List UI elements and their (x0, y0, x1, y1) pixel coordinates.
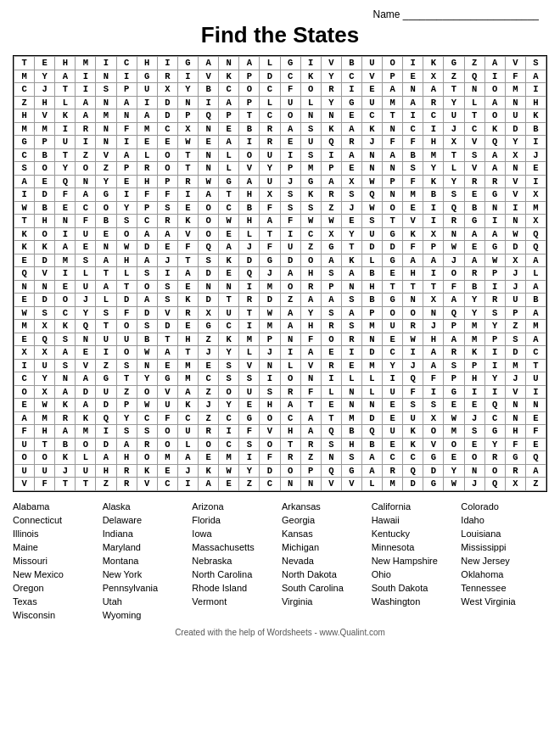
grid-cell: H (362, 281, 383, 294)
grid-cell: T (342, 241, 362, 254)
grid-cell: A (362, 465, 383, 478)
grid-cell: B (35, 149, 55, 163)
grid-cell: I (219, 425, 239, 439)
grid-cell: Z (301, 241, 322, 254)
grid-cell: L (260, 97, 280, 110)
grid-cell: O (239, 83, 260, 97)
grid-cell: L (96, 294, 116, 307)
grid-cell: D (199, 294, 219, 307)
grid-cell: Y (383, 360, 403, 373)
grid-cell: E (158, 136, 178, 149)
grid-cell: N (362, 149, 383, 163)
grid-cell: M (526, 202, 546, 215)
grid-cell: D (158, 109, 178, 123)
grid-cell: R (342, 333, 362, 347)
grid-cell: K (178, 215, 199, 228)
grid-cell: V (506, 188, 526, 202)
word-item (192, 609, 278, 621)
grid-cell: R (322, 83, 342, 97)
grid-cell: O (281, 109, 301, 123)
grid-cell: R (485, 451, 506, 465)
grid-cell: K (14, 228, 35, 242)
grid-cell: U (281, 97, 301, 110)
grid-cell: R (322, 188, 342, 202)
grid-cell: F (117, 123, 137, 137)
grid-cell: N (55, 215, 76, 228)
grid-cell: R (158, 215, 178, 228)
grid-cell: H (96, 465, 116, 478)
grid-cell: F (76, 215, 96, 228)
grid-cell: N (96, 123, 116, 137)
grid-cell: R (322, 360, 342, 373)
grid-cell: V (506, 386, 526, 400)
grid-cell: P (465, 360, 485, 373)
word-item: Indiana (103, 528, 189, 540)
grid-cell: U (301, 136, 322, 149)
word-item: Colorado (461, 501, 547, 512)
grid-cell: N (260, 360, 280, 373)
grid-cell: B (342, 425, 362, 439)
grid-cell: D (137, 241, 158, 254)
grid-cell: P (362, 307, 383, 321)
grid-cell: C (526, 346, 546, 360)
grid-cell: V (35, 109, 55, 123)
grid-cell: O (465, 451, 485, 465)
grid-cell: I (96, 346, 116, 360)
grid-cell: L (239, 228, 260, 242)
grid-cell: I (485, 386, 506, 400)
grid-cell: L (76, 451, 96, 465)
word-item: Louisiana (461, 528, 547, 540)
grid-cell: M (239, 333, 260, 347)
grid-cell: V (14, 478, 35, 491)
grid-cell: F (444, 281, 464, 294)
grid-cell: N (383, 123, 403, 137)
grid-cell: G (219, 176, 239, 189)
grid-cell: J (526, 149, 546, 163)
grid-cell: S (506, 333, 526, 347)
grid-cell: G (199, 320, 219, 333)
grid-cell: N (117, 109, 137, 123)
grid-cell: X (158, 83, 178, 97)
grid-cell: M (506, 83, 526, 97)
grid-cell: W (362, 176, 383, 189)
grid-cell: Q (199, 241, 219, 254)
grid-cell: K (55, 399, 76, 412)
grid-cell: V (301, 360, 322, 373)
grid-cell: J (281, 176, 301, 189)
grid-cell: X (506, 254, 526, 268)
grid-cell: S (342, 188, 362, 202)
grid-cell: X (506, 149, 526, 163)
grid-cell: S (96, 83, 116, 97)
grid-cell: W (260, 307, 280, 321)
grid-cell: J (506, 267, 526, 281)
grid-cell: T (383, 109, 403, 123)
grid-cell: G (14, 136, 35, 149)
grid-cell: E (219, 123, 239, 137)
grid-cell: K (465, 346, 485, 360)
word-item: Alabama (13, 501, 99, 512)
grid-cell: S (403, 399, 423, 412)
grid-cell: S (117, 215, 137, 228)
grid-cell: C (301, 228, 322, 242)
grid-cell: A (465, 228, 485, 242)
grid-cell: I (485, 70, 506, 84)
grid-cell: A (526, 307, 546, 321)
grid-cell: W (137, 399, 158, 412)
grid-cell: A (158, 346, 178, 360)
word-item: Tennessee (461, 582, 547, 594)
grid-cell: O (301, 254, 322, 268)
grid-cell: J (260, 267, 280, 281)
grid-cell: I (506, 202, 526, 215)
grid-cell: Q (14, 267, 35, 281)
grid-cell: I (178, 478, 199, 491)
grid-cell: B (55, 439, 76, 452)
grid-cell: A (403, 97, 423, 110)
grid-cell: A (383, 149, 403, 163)
grid-cell: X (526, 215, 546, 228)
grid-cell: M (383, 97, 403, 110)
grid-cell: K (219, 333, 239, 347)
grid-cell: A (423, 83, 444, 97)
grid-cell: E (342, 215, 362, 228)
grid-cell: B (96, 215, 116, 228)
grid-cell: U (14, 465, 35, 478)
